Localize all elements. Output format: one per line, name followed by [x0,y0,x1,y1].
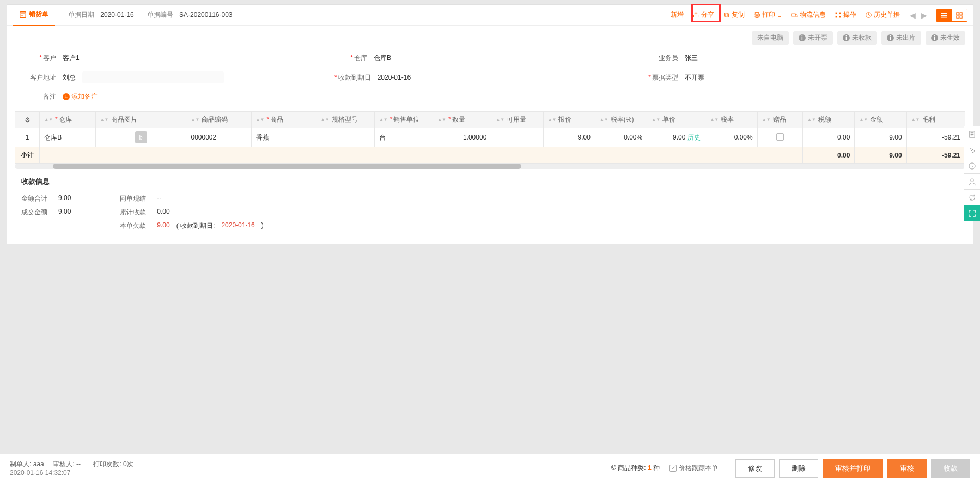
svg-rect-2 [725,14,729,17]
print-icon [753,11,760,19]
field-remark: 备注 + 添加备注 [23,92,334,101]
gear-icon: ⚙ [25,116,31,124]
col-quote[interactable]: ▲▼报价 [543,112,595,128]
receive-button[interactable]: 收款 [931,459,970,478]
price-follow-checkbox[interactable]: ✓ 价格跟踪本单 [669,463,718,473]
view-switch [936,9,967,22]
info-icon: i [931,34,938,41]
col-spec[interactable]: ▲▼规格型号 [316,112,374,128]
svg-rect-1 [724,13,728,16]
rail-user-icon[interactable] [964,173,980,190]
footer: 制单人: aaa 审核人: -- 打印次数: 0次 2020-01-16 14:… [0,454,980,482]
subtotal-row: 小计 0.00 9.00 -59.21 [15,147,965,164]
list-icon [940,11,948,19]
col-taxamt[interactable]: ▲▼税额 [803,112,855,128]
status-no-effect[interactable]: i未生效 [926,31,965,45]
main-panel: 销货单 单据日期 2020-01-16 单据编号 SA-20200116-003… [7,4,973,244]
toolbar-actions: + 新增 分享 复制 打印 ⌄ 物流信息 操作 [662,8,967,22]
rail-clock-icon[interactable] [964,158,980,174]
next-doc[interactable]: ▶ [919,11,929,20]
audit-button[interactable]: 审核 [887,459,927,478]
col-image[interactable]: ▲▼商品图片 [95,112,186,128]
col-tax[interactable]: ▲▼税率 [705,112,757,128]
col-product[interactable]: ▲▼*商品 [251,112,316,128]
svg-rect-6 [792,14,795,16]
items-table: ⚙ ▲▼*仓库 ▲▼商品图片 ▲▼商品编码 ▲▼*商品 ▲▼规格型号 ▲▼*销售… [15,111,965,164]
share-icon [692,11,699,19]
checkbox-icon: ✓ [669,465,677,472]
col-warehouse[interactable]: ▲▼*仓库 [40,112,95,128]
modify-button[interactable]: 修改 [735,459,775,478]
svg-rect-3 [755,13,759,14]
col-qty[interactable]: ▲▼*数量 [433,112,491,128]
copy-icon [723,11,730,19]
col-taxrate[interactable]: ▲▼税率(%) [595,112,647,128]
history-icon [865,11,872,19]
plus-circle-icon: + [63,93,70,100]
addr-blank [82,71,224,83]
horizontal-scrollbar[interactable] [15,164,965,169]
svg-rect-7 [836,13,837,14]
col-unit[interactable]: ▲▼*销售单位 [374,112,433,128]
col-gift[interactable]: ▲▼赠品 [757,112,802,128]
status-no-out[interactable]: i未出库 [881,31,921,45]
info-icon: i [799,34,806,41]
col-amount[interactable]: ▲▼金额 [855,112,906,128]
history-button[interactable]: 历史单据 [862,8,903,22]
scrollbar-thumb[interactable] [53,164,521,169]
tab-label: 销货单 [29,10,48,19]
operate-button[interactable]: 操作 [831,8,860,22]
new-button[interactable]: + 新增 [662,8,687,22]
svg-point-18 [971,178,974,182]
gift-checkbox[interactable] [776,133,784,141]
col-profit[interactable]: ▲▼毛利 [906,112,965,128]
field-due: *收款到期日 2020-01-16 [334,71,646,83]
add-remark-button[interactable]: + 添加备注 [63,92,98,101]
view-card[interactable] [952,9,967,21]
doc-date: 单据日期 2020-01-16 [68,10,134,20]
rail-refresh-icon[interactable] [964,189,980,206]
tab-sales-order[interactable]: 销货单 [13,5,55,26]
col-gear[interactable]: ⚙ [15,112,40,128]
side-rail [964,126,980,221]
product-kind-stat: © 商品种类: 1 种 [611,463,660,473]
status-no-receipt[interactable]: i未收款 [837,31,877,45]
delete-button[interactable]: 删除 [779,459,818,478]
footer-meta: 制单人: aaa 审核人: -- 打印次数: 0次 2020-01-16 14:… [10,460,133,477]
payment-info: 收款信息 金额合计9.00 成交金额9.00 同单现结-- 累计收款0.00 本… [7,169,973,244]
audit-print-button[interactable]: 审核并打印 [823,459,883,478]
price-history-link[interactable]: 历史 [687,134,701,141]
svg-rect-10 [839,16,841,17]
col-avail[interactable]: ▲▼可用量 [491,112,543,128]
rail-link-icon[interactable] [964,142,980,158]
svg-rect-13 [960,12,962,14]
plus-icon: + [665,11,669,19]
col-price[interactable]: ▲▼单价 [647,112,705,128]
view-list[interactable] [936,9,952,21]
card-icon [955,11,963,19]
field-bill: *票据类型 不开票 [646,71,957,83]
field-salesman: 业务员 张三 [646,53,957,63]
rail-note-icon[interactable] [964,126,980,142]
status-no-invoice[interactable]: i未开票 [793,31,833,45]
svg-rect-12 [957,12,959,14]
table-row[interactable]: 1 仓库B b 0000002 香蕉 台 1.00000 9.00 0.00% … [15,128,965,147]
logistics-button[interactable]: 物流信息 [788,8,829,22]
product-image-icon: b [135,131,147,143]
col-code[interactable]: ▲▼商品编码 [186,112,251,128]
doc-number: 单据编号 SA-20200116-003 [147,10,233,20]
copy-button[interactable]: 复制 [720,8,748,22]
svg-rect-15 [960,15,962,17]
print-button[interactable]: 打印 ⌄ [750,8,786,22]
info-icon: i [887,34,894,41]
svg-rect-9 [836,16,837,17]
chevron-down-icon: ⌄ [777,11,782,19]
grid-wrap: ⚙ ▲▼*仓库 ▲▼商品图片 ▲▼商品编码 ▲▼*商品 ▲▼规格型号 ▲▼*销售… [15,111,965,169]
svg-rect-0 [20,11,26,17]
svg-rect-14 [957,15,959,17]
rail-expand-icon[interactable] [964,205,980,221]
field-customer: *客户 客户1 [23,53,334,63]
truck-icon [791,11,798,19]
share-button[interactable]: 分享 [689,8,717,22]
prev-doc[interactable]: ◀ [908,11,918,20]
